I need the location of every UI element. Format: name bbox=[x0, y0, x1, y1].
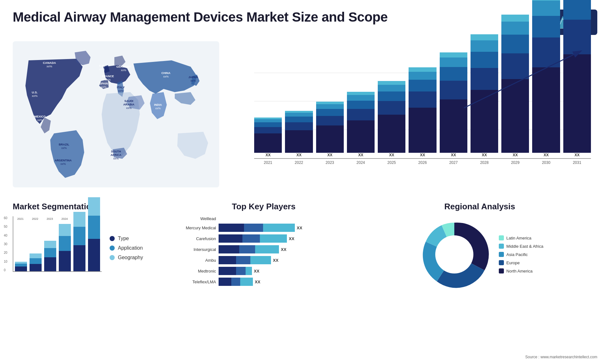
bar-xlabel-2023: 2023 bbox=[316, 160, 344, 165]
bar-top-label-2021: XX bbox=[266, 153, 271, 157]
bar-xlabel-2026: 2026 bbox=[409, 160, 436, 165]
seg-legend: Type Application Geography bbox=[110, 236, 143, 260]
bar-group-2026: XX bbox=[409, 67, 436, 158]
bar-top-label-2026: XX bbox=[420, 153, 425, 157]
bar-top-label-2024: XX bbox=[358, 153, 363, 157]
donut-svg bbox=[416, 216, 492, 293]
map-label-argentina: ARGENTINAxx% bbox=[55, 159, 72, 166]
bar-top-label-2028: XX bbox=[482, 153, 487, 157]
player-row-0: Welllead bbox=[175, 216, 353, 221]
map-label-mexico: MEXICOxx% bbox=[34, 115, 46, 122]
bar-top-label-2027: XX bbox=[451, 153, 456, 157]
bar-group-2023: XX bbox=[316, 102, 344, 158]
map-label-spain: SPAINxx% bbox=[99, 82, 108, 89]
bar-group-2022: XX bbox=[285, 111, 313, 158]
map-label-us: U.S.xx% bbox=[32, 91, 37, 98]
reg-legend-mea: Middle East & Africa bbox=[499, 244, 543, 249]
page-title: Medical Airway Management Devices Market… bbox=[13, 10, 388, 25]
bar-group-2021: XX bbox=[254, 118, 282, 158]
player-row-3: IntersurgicalXX bbox=[175, 245, 353, 253]
player-value-4: XX bbox=[273, 258, 278, 263]
legend-type: Type bbox=[110, 236, 143, 241]
legend-label-type: Type bbox=[118, 236, 129, 241]
bar-top-label-2029: XX bbox=[513, 153, 518, 157]
seg-y-20: 20 bbox=[4, 251, 7, 254]
player-row-2: CarefusionXX bbox=[175, 234, 353, 243]
player-name-1: Mercury Medical bbox=[175, 226, 216, 230]
donut-chart bbox=[416, 216, 492, 293]
map-label-germany: GERMANYxx% bbox=[116, 65, 131, 72]
map-label-south-africa: SOUTHAFRICAxx% bbox=[111, 150, 121, 160]
player-name-4: Ambu bbox=[175, 258, 216, 263]
bar-xlabel-2021: 2021 bbox=[254, 160, 282, 165]
reg-label-mea: Middle East & Africa bbox=[506, 244, 543, 249]
reg-color-latin bbox=[499, 235, 504, 240]
bar-group-2031: XX bbox=[563, 0, 591, 158]
player-value-1: XX bbox=[297, 226, 302, 230]
bar-xlabel-2027: 2027 bbox=[440, 160, 467, 165]
reg-legend-na: North America bbox=[499, 268, 543, 273]
reg-label-latin: Latin America bbox=[506, 236, 532, 240]
seg-y-0: 0 bbox=[4, 268, 7, 272]
seg-bar-2022 bbox=[30, 216, 42, 271]
seg-bar-2021 bbox=[15, 216, 27, 271]
bar-group-2027: XX bbox=[440, 52, 467, 158]
map-label-china: CHINAxx% bbox=[161, 71, 171, 78]
world-map: CANADAxx% U.S.xx% MEXICOxx% BRAZILxx% bbox=[13, 41, 219, 191]
regional-legend: Latin America Middle East & Africa Asia … bbox=[499, 235, 543, 273]
reg-legend-apac: Asia Pacific bbox=[499, 252, 543, 257]
svg-point-5 bbox=[435, 235, 473, 273]
player-row-6: Teleflex/LMAXX bbox=[175, 278, 353, 286]
bar-group-2025: XX bbox=[378, 81, 405, 158]
bar-xlabel-2030: 2030 bbox=[532, 160, 560, 165]
player-row-4: AmbuXX bbox=[175, 256, 353, 264]
map-label-brazil: BRAZILxx% bbox=[59, 143, 69, 150]
regional-section: Regional Analysis bbox=[362, 202, 597, 293]
map-label-italy: ITALYxx% bbox=[117, 86, 125, 93]
legend-label-app: Application bbox=[118, 245, 143, 251]
reg-color-apac bbox=[499, 252, 504, 257]
bar-xlabel-2028: 2028 bbox=[471, 160, 498, 165]
legend-application: Application bbox=[110, 245, 143, 251]
map-label-france: FRANCExx% bbox=[102, 75, 114, 82]
bar-xlabel-2025: 2025 bbox=[378, 160, 405, 165]
legend-geography: Geography bbox=[110, 255, 143, 260]
bar-top-label-2023: XX bbox=[327, 153, 332, 157]
player-name-2: Carefusion bbox=[175, 236, 216, 241]
seg-bar-2024 bbox=[59, 216, 71, 271]
players-section: Top Key Players WellleadMercury MedicalX… bbox=[175, 202, 353, 293]
player-value-6: XX bbox=[255, 280, 260, 284]
map-label-india: INDIAxx% bbox=[154, 103, 162, 110]
map-label-japan: JAPANxx% bbox=[188, 76, 198, 83]
legend-dot-type bbox=[110, 236, 115, 241]
map-label-uk: U.K.xx% bbox=[99, 64, 105, 71]
bar-group-2029: XX bbox=[501, 15, 529, 158]
bar-xlabel-2031: 2031 bbox=[563, 160, 591, 165]
bar-top-label-2030: XX bbox=[544, 153, 549, 157]
reg-legend-europe: Europe bbox=[499, 260, 543, 265]
seg-bar-2023 bbox=[44, 216, 56, 271]
bar-xlabel-2029: 2029 bbox=[501, 160, 529, 165]
reg-color-mea bbox=[499, 244, 504, 249]
bar-top-label-2031: XX bbox=[574, 153, 580, 157]
legend-dot-geo bbox=[110, 255, 115, 260]
map-section: CANADAxx% U.S.xx% MEXICOxx% BRAZILxx% bbox=[13, 41, 222, 197]
bar-xlabel-2022: 2022 bbox=[285, 160, 313, 165]
regional-container: Latin America Middle East & Africa Asia … bbox=[362, 216, 597, 293]
player-name-6: Teleflex/LMA bbox=[175, 280, 216, 284]
bar-xlabel-2024: 2024 bbox=[347, 160, 375, 165]
seg-y-40: 40 bbox=[4, 234, 7, 237]
segmentation-section: Market Segmentation 60 50 40 30 20 10 0 bbox=[13, 202, 165, 293]
bar-group-2024: XX bbox=[347, 92, 375, 158]
seg-y-30: 30 bbox=[4, 242, 7, 246]
reg-color-na bbox=[499, 268, 504, 273]
reg-label-apac: Asia Pacific bbox=[506, 252, 528, 257]
player-value-2: XX bbox=[289, 236, 294, 241]
legend-label-geo: Geography bbox=[118, 255, 143, 260]
bar-top-label-2022: XX bbox=[296, 153, 302, 157]
regional-title: Regional Analysis bbox=[362, 202, 597, 212]
player-name-0: Welllead bbox=[175, 216, 216, 221]
bar-group-2028: XX bbox=[471, 34, 498, 158]
seg-bar-2026 bbox=[88, 216, 100, 271]
bar-group-2030: XX bbox=[532, 0, 560, 158]
